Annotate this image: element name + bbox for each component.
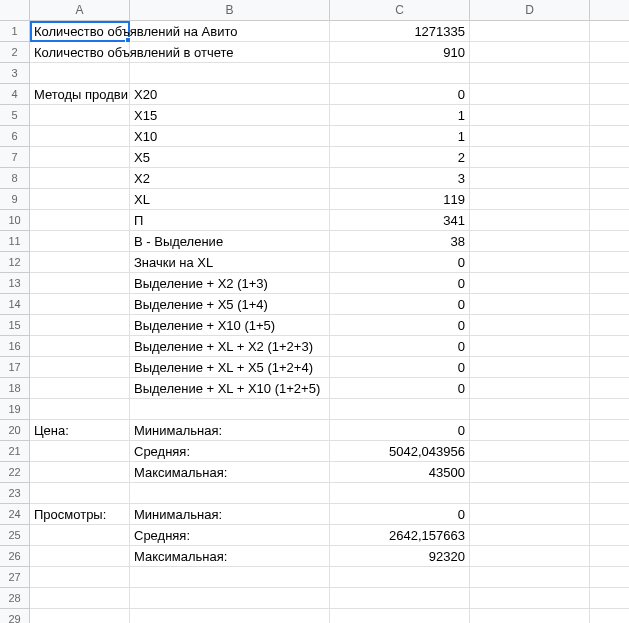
spreadsheet-grid[interactable]: ABCD1Количество объявлений на Авито12713… (0, 0, 629, 623)
cell-E24[interactable] (590, 504, 629, 525)
cell-E25[interactable] (590, 525, 629, 546)
cell-D7[interactable] (470, 147, 590, 168)
cell-D11[interactable] (470, 231, 590, 252)
cell-B19[interactable] (130, 399, 330, 420)
cell-D25[interactable] (470, 525, 590, 546)
cell-E12[interactable] (590, 252, 629, 273)
row-header-21[interactable]: 21 (0, 441, 30, 462)
cell-A3[interactable] (30, 63, 130, 84)
cell-A21[interactable] (30, 441, 130, 462)
cell-E13[interactable] (590, 273, 629, 294)
cell-E7[interactable] (590, 147, 629, 168)
cell-A10[interactable] (30, 210, 130, 231)
cell-B18[interactable]: Выделение + XL + X10 (1+2+5) (130, 378, 330, 399)
cell-A24[interactable]: Просмотры: (30, 504, 130, 525)
row-header-8[interactable]: 8 (0, 168, 30, 189)
cell-E16[interactable] (590, 336, 629, 357)
row-header-6[interactable]: 6 (0, 126, 30, 147)
column-header-extra[interactable] (590, 0, 629, 21)
cell-B16[interactable]: Выделение + XL + X2 (1+2+3) (130, 336, 330, 357)
cell-D17[interactable] (470, 357, 590, 378)
cell-B27[interactable] (130, 567, 330, 588)
cell-A19[interactable] (30, 399, 130, 420)
cell-C6[interactable]: 1 (330, 126, 470, 147)
cell-C3[interactable] (330, 63, 470, 84)
row-header-12[interactable]: 12 (0, 252, 30, 273)
cell-D20[interactable] (470, 420, 590, 441)
row-header-5[interactable]: 5 (0, 105, 30, 126)
cell-C20[interactable]: 0 (330, 420, 470, 441)
cell-B23[interactable] (130, 483, 330, 504)
cell-D21[interactable] (470, 441, 590, 462)
cell-A28[interactable] (30, 588, 130, 609)
cell-D4[interactable] (470, 84, 590, 105)
cell-C16[interactable]: 0 (330, 336, 470, 357)
cell-D29[interactable] (470, 609, 590, 623)
cell-C28[interactable] (330, 588, 470, 609)
cell-C10[interactable]: 341 (330, 210, 470, 231)
row-header-3[interactable]: 3 (0, 63, 30, 84)
cell-B15[interactable]: Выделение + X10 (1+5) (130, 315, 330, 336)
cell-D24[interactable] (470, 504, 590, 525)
cell-C1[interactable]: 1271335 (330, 21, 470, 42)
cell-E20[interactable] (590, 420, 629, 441)
cell-E3[interactable] (590, 63, 629, 84)
cell-D10[interactable] (470, 210, 590, 231)
cell-C21[interactable]: 5042,043956 (330, 441, 470, 462)
cell-E23[interactable] (590, 483, 629, 504)
cell-E29[interactable] (590, 609, 629, 623)
cell-E6[interactable] (590, 126, 629, 147)
cell-E26[interactable] (590, 546, 629, 567)
cell-B20[interactable]: Минимальная: (130, 420, 330, 441)
cell-A7[interactable] (30, 147, 130, 168)
cell-A6[interactable] (30, 126, 130, 147)
cell-A27[interactable] (30, 567, 130, 588)
corner-cell[interactable] (0, 0, 30, 21)
cell-D6[interactable] (470, 126, 590, 147)
row-header-20[interactable]: 20 (0, 420, 30, 441)
row-header-14[interactable]: 14 (0, 294, 30, 315)
cell-A25[interactable] (30, 525, 130, 546)
row-header-11[interactable]: 11 (0, 231, 30, 252)
cell-D26[interactable] (470, 546, 590, 567)
cell-A22[interactable] (30, 462, 130, 483)
cell-D27[interactable] (470, 567, 590, 588)
row-header-15[interactable]: 15 (0, 315, 30, 336)
cell-B8[interactable]: X2 (130, 168, 330, 189)
cell-D18[interactable] (470, 378, 590, 399)
cell-A11[interactable] (30, 231, 130, 252)
cell-E9[interactable] (590, 189, 629, 210)
row-header-2[interactable]: 2 (0, 42, 30, 63)
cell-C29[interactable] (330, 609, 470, 623)
cell-B25[interactable]: Средняя: (130, 525, 330, 546)
row-header-28[interactable]: 28 (0, 588, 30, 609)
cell-E10[interactable] (590, 210, 629, 231)
cell-A29[interactable] (30, 609, 130, 623)
cell-A14[interactable] (30, 294, 130, 315)
cell-E2[interactable] (590, 42, 629, 63)
cell-D1[interactable] (470, 21, 590, 42)
row-header-9[interactable]: 9 (0, 189, 30, 210)
cell-C23[interactable] (330, 483, 470, 504)
cell-D22[interactable] (470, 462, 590, 483)
cell-A16[interactable] (30, 336, 130, 357)
cell-D5[interactable] (470, 105, 590, 126)
cell-B12[interactable]: Значки на XL (130, 252, 330, 273)
cell-E11[interactable] (590, 231, 629, 252)
cell-E18[interactable] (590, 378, 629, 399)
cell-B13[interactable]: Выделение + X2 (1+3) (130, 273, 330, 294)
cell-D13[interactable] (470, 273, 590, 294)
row-header-19[interactable]: 19 (0, 399, 30, 420)
cell-A26[interactable] (30, 546, 130, 567)
cell-C2[interactable]: 910 (330, 42, 470, 63)
row-header-10[interactable]: 10 (0, 210, 30, 231)
cell-B28[interactable] (130, 588, 330, 609)
row-header-22[interactable]: 22 (0, 462, 30, 483)
cell-A17[interactable] (30, 357, 130, 378)
cell-D8[interactable] (470, 168, 590, 189)
cell-E8[interactable] (590, 168, 629, 189)
cell-E14[interactable] (590, 294, 629, 315)
cell-B21[interactable]: Средняя: (130, 441, 330, 462)
cell-C14[interactable]: 0 (330, 294, 470, 315)
cell-D16[interactable] (470, 336, 590, 357)
